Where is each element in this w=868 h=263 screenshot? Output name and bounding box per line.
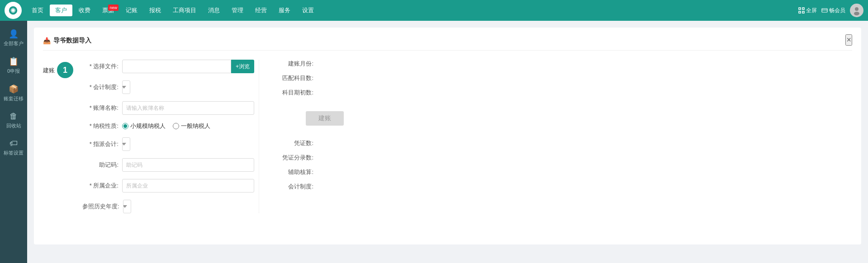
recycle-icon: 🗑 [9, 112, 18, 121]
init-label: 科目期初数: [273, 89, 313, 97]
new-badge: new [108, 5, 119, 11]
company-row: * 所属企业: [82, 179, 254, 193]
main-content: 📥 导爷数据导入 × 建账 1 * 选择文件: [27, 21, 868, 263]
sidebar-item-tag-settings[interactable]: 🏷 标签设置 [0, 135, 27, 160]
nav-item-service[interactable]: 服务 [273, 5, 296, 16]
sidebar-item-all-customers[interactable]: 👤 全部客户 [0, 25, 27, 51]
aux-row: 辅助核算: [273, 168, 376, 176]
match-label: 匹配科目数: [273, 74, 313, 82]
accounting-result-label: 会计制度: [273, 183, 313, 191]
form-container: 建账 1 * 选择文件: +浏览 * 会计制度: [43, 60, 852, 213]
assign-label: * 指派会计: [82, 140, 119, 148]
month-row: 建账月份: [273, 60, 376, 68]
sidebar: 👤 全部客户 📋 0申报 📦 账套迁移 🗑 回收站 🏷 标签设置 [0, 21, 27, 263]
import-icon: 📥 [43, 37, 51, 44]
nav-item-customer[interactable]: 客户 [50, 5, 72, 16]
step-circle: 1 [57, 62, 73, 78]
nav-item-fee[interactable]: 收费 [73, 5, 96, 16]
nav-item-message[interactable]: 消息 [203, 5, 225, 16]
nav-item-tax[interactable]: 报税 [144, 5, 166, 16]
form-fields: * 选择文件: +浏览 * 会计制度: [82, 60, 254, 213]
vip-button[interactable]: 畅会员 [821, 7, 845, 14]
memo-input[interactable] [122, 158, 254, 172]
bookname-label: * 账簿名称: [82, 104, 119, 112]
nav-item-invoice[interactable]: 票据 new [97, 5, 119, 16]
svg-point-8 [854, 12, 859, 15]
voucher-row: 凭证数: [273, 139, 376, 147]
sidebar-item-migrate[interactable]: 📦 账套迁移 [0, 80, 27, 106]
migrate-icon: 📦 [9, 84, 19, 94]
history-row: 参照历史年度: [82, 200, 254, 213]
assign-select-wrapper [122, 137, 254, 151]
tax-small-radio-label[interactable]: 小规模纳税人 [122, 122, 166, 130]
logo[interactable] [5, 2, 22, 19]
memo-label: 助记码: [82, 161, 119, 169]
accounting-select-wrapper [122, 80, 254, 94]
nav-item-account[interactable]: 记账 [120, 5, 143, 16]
file-input-group: +浏览 [122, 60, 254, 73]
svg-rect-4 [799, 11, 801, 13]
step-section: 建账 1 [43, 60, 73, 213]
company-label: * 所属企业: [82, 182, 119, 190]
svg-point-7 [855, 7, 859, 11]
voucher-label: 凭证数: [273, 139, 313, 147]
history-select[interactable] [123, 200, 131, 213]
sidebar-item-recycle[interactable]: 🗑 回收站 [0, 108, 27, 133]
assign-row: * 指派会计: [82, 137, 254, 151]
info-panel: 建账月份: 匹配科目数: 科目期初数: 建账 [259, 60, 376, 213]
month-label: 建账月份: [273, 60, 313, 68]
voucher-records-label: 凭证分录数: [273, 154, 313, 162]
user-icon: 👤 [9, 29, 19, 39]
svg-rect-2 [799, 8, 801, 9]
accounting-label: * 会计制度: [82, 83, 119, 91]
tax-label: * 纳税性质: [82, 122, 119, 130]
top-nav: 首页 客户 收费 票据 new 记账 报税 工商项目 消息 管理 经营 服务 设… [0, 0, 868, 21]
tag-icon: 🏷 [9, 139, 18, 148]
nav-item-manage[interactable]: 管理 [226, 5, 249, 16]
tax-general-radio-label[interactable]: 一般纳税人 [173, 122, 210, 130]
aux-label: 辅助核算: [273, 168, 313, 176]
bookname-input[interactable] [122, 101, 254, 115]
memo-row: 助记码: [82, 158, 254, 172]
top-nav-right: 全屏 畅会员 [798, 4, 863, 17]
accounting-select[interactable] [122, 80, 130, 94]
submit-button[interactable]: 建账 [306, 111, 344, 126]
assign-select[interactable] [122, 137, 130, 151]
declare-icon: 📋 [9, 56, 19, 66]
bookname-row: * 账簿名称: [82, 101, 254, 115]
browse-button[interactable]: +浏览 [231, 60, 254, 73]
layout: 👤 全部客户 📋 0申报 📦 账套迁移 🗑 回收站 🏷 标签设置 📥 导爷数据导… [0, 21, 868, 263]
nav-item-home[interactable]: 首页 [26, 5, 49, 16]
company-input[interactable] [122, 179, 254, 193]
svg-rect-3 [802, 8, 804, 9]
file-input[interactable] [122, 60, 231, 73]
nav-items: 首页 客户 收费 票据 new 记账 报税 工商项目 消息 管理 经营 服务 设… [26, 5, 798, 16]
svg-rect-5 [802, 11, 804, 13]
tax-radio-group: 小规模纳税人 一般纳税人 [122, 122, 210, 130]
sidebar-item-zero-declare[interactable]: 📋 0申报 [0, 53, 27, 78]
svg-point-1 [12, 9, 14, 12]
close-button[interactable]: × [845, 34, 852, 46]
svg-rect-6 [822, 9, 827, 12]
nav-item-business[interactable]: 工商项目 [167, 5, 202, 16]
tax-row: * 纳税性质: 小规模纳税人 一般纳税人 [82, 122, 254, 130]
avatar[interactable] [850, 4, 863, 17]
init-row: 科目期初数: [273, 89, 376, 97]
fullscreen-button[interactable]: 全屏 [798, 7, 817, 14]
history-label: 参照历史年度: [82, 202, 119, 211]
nav-item-settings[interactable]: 设置 [297, 5, 319, 16]
nav-item-operate[interactable]: 经营 [250, 5, 272, 16]
dialog-card: 📥 导爷数据导入 × 建账 1 * 选择文件: [34, 28, 861, 244]
history-select-wrapper [123, 200, 254, 213]
tax-general-radio[interactable] [173, 123, 179, 129]
file-label: * 选择文件: [82, 62, 119, 70]
dialog-title: 📥 导爷数据导入 [43, 37, 852, 51]
tax-small-radio[interactable] [122, 123, 128, 129]
voucher-records-row: 凭证分录数: [273, 154, 376, 162]
accounting-result-row: 会计制度: [273, 183, 376, 191]
file-select-row: * 选择文件: +浏览 [82, 60, 254, 73]
match-row: 匹配科目数: [273, 74, 376, 82]
accounting-row: * 会计制度: [82, 80, 254, 94]
